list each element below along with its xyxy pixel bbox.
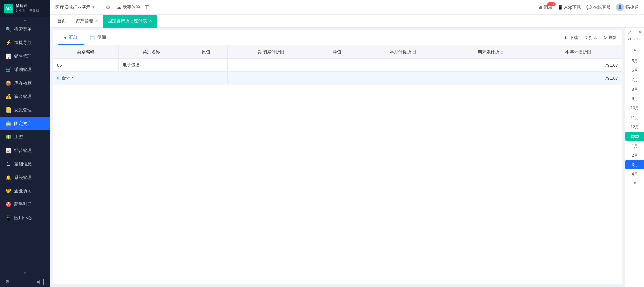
rp-month-12[interactable]: 12月 (625, 122, 644, 132)
sidebar-item-label: 企业协同 (14, 188, 32, 194)
rp-month-6[interactable]: 6月 (625, 66, 644, 75)
total-monthly-dep (359, 72, 447, 85)
sidebar-item-app[interactable]: 📱 应用中心 (0, 211, 50, 225)
tab-asset-mgmt-close[interactable]: ✕ (95, 19, 98, 23)
sidebar-item-wage[interactable]: 💵 工资 (0, 130, 50, 144)
rp-month-4[interactable]: 4月 (625, 169, 644, 179)
rp-expand-button[interactable]: ⤢ (627, 30, 631, 35)
company-selector[interactable]: 医疗器械行业演示 ▾ (55, 4, 95, 10)
total-net-value (315, 72, 359, 85)
sidebar-item-enterprise[interactable]: 🤝 企业协同 (0, 184, 50, 198)
cell-code: 05 (53, 59, 119, 72)
operation-icon: 📈 (5, 148, 11, 154)
table-row: 05 电子设备 791.67 (53, 59, 622, 72)
sidebar-nav: 🔍 搜索菜单 ⚡ 快捷导航 📊 销售管理 🛒 采购管理 📦 库存核算 💰 资金管… (0, 23, 50, 270)
tab-depreciation[interactable]: 固定资产折旧统计表 ✕ (103, 15, 157, 28)
sidebar-item-fixed[interactable]: 🏢 固定资产 (0, 117, 50, 130)
sidebar-item-label: 资金管理 (14, 94, 32, 100)
sidebar-item-capital[interactable]: 💰 资金管理 (0, 90, 50, 103)
cell-initial-dep (227, 59, 315, 72)
rp-month-8[interactable]: 8月 (625, 85, 644, 94)
user-button[interactable]: 👤 畅捷通 (616, 3, 639, 11)
cell-original (184, 59, 227, 72)
subtab-summary-label: 汇总 (69, 34, 78, 40)
app-title: 畅捷通 (16, 3, 39, 9)
company-dropdown-icon: ▾ (92, 5, 95, 10)
cell-name: 电子设备 (118, 59, 184, 72)
rp-month-3[interactable]: 3月 (625, 160, 644, 169)
depreciation-table: 类别编码 类别名称 原值 期初累计折旧 净值 本月计提折旧 期末累计折旧 本年计… (53, 45, 622, 85)
rp-close-button[interactable]: ✕ (638, 30, 642, 35)
sidebar-item-label: 新手引导 (14, 201, 32, 208)
experience-button[interactable]: ☁ 我要体验一下 (117, 4, 149, 10)
rp-month-5[interactable]: 5月 (625, 56, 644, 66)
detail-icon: 📄 (90, 35, 95, 40)
table-header-row: 类别编码 类别名称 原值 期初累计折旧 净值 本月计提折旧 期末累计折旧 本年计… (53, 45, 622, 59)
rp-month-11[interactable]: 11月 (625, 113, 644, 122)
main-content: 医疗器械行业演示 ▾ ⚙ ☁ 我要体验一下 🖥 消息 99+ 📱 App下载 💬… (50, 0, 644, 287)
sidebar-item-label: 应用中心 (14, 215, 32, 221)
avatar: 👤 (616, 3, 624, 11)
expand-icon[interactable]: ⊞ (57, 76, 60, 81)
subtab-summary[interactable]: ● 汇总 (58, 30, 84, 45)
cell-monthly-dep (359, 59, 447, 72)
sidebar-item-search[interactable]: 🔍 搜索菜单 (0, 23, 50, 36)
tab-depreciation-close[interactable]: ✕ (149, 19, 152, 23)
sidebar-scroll-down[interactable]: ▼ (0, 270, 50, 276)
quick-icon: ⚡ (5, 40, 11, 46)
sidebar-item-label: 总账管理 (14, 107, 32, 113)
sidebar-item-ledger[interactable]: 📒 总账管理 (0, 103, 50, 117)
sidebar-item-basic[interactable]: 🗂 基础信息 (0, 157, 50, 171)
col-monthly-dep: 本月计提折旧 (359, 45, 447, 59)
sidebar-item-label: 经营管理 (14, 148, 32, 154)
app-icon: 📱 (5, 215, 11, 221)
refresh-button[interactable]: ↻ 刷新 (603, 35, 617, 41)
sidebar-item-sales[interactable]: 📊 销售管理 (0, 50, 50, 63)
topbar-settings-icon[interactable]: ⚙ (106, 4, 110, 10)
sidebar-item-label: 销售管理 (14, 53, 32, 59)
wage-icon: 💵 (5, 134, 11, 140)
tab-home[interactable]: 首页 (53, 15, 71, 28)
service-button[interactable]: 💬 在线客服 (586, 4, 611, 10)
settings-icon[interactable]: ⚙ (5, 279, 10, 284)
rp-months-section: 5月 6月 7月 8月 9月 10月 11月 12月 2023 1月 2月 3月… (625, 56, 644, 179)
sidebar-item-label: 基础信息 (14, 161, 32, 167)
sidebar-item-quick[interactable]: ⚡ 快捷导航 (0, 36, 50, 50)
total-label-cell: ⊞ 合计： (53, 72, 184, 85)
logo-icon: AtA (4, 4, 13, 13)
tab-home-label: 首页 (57, 18, 66, 24)
rp-year-tag[interactable]: 2023 (625, 132, 644, 141)
rp-nav-down[interactable]: ▼ (631, 179, 639, 187)
sidebar-item-guide[interactable]: 🎯 新手引导 (0, 198, 50, 211)
capital-icon: 💰 (5, 94, 11, 100)
sidebar-item-system[interactable]: 🔔 系统管理 (0, 171, 50, 184)
app-download-label: App下载 (564, 4, 581, 10)
col-ending-dep: 期末累计折旧 (447, 45, 534, 59)
rp-month-7[interactable]: 7月 (625, 75, 644, 85)
experience-label: 我要体验一下 (123, 4, 149, 10)
sidebar-header: AtA 畅捷通 好业财 普及版 (0, 0, 50, 17)
rp-month-2[interactable]: 2月 (625, 151, 644, 160)
app-download-button[interactable]: 📱 App下载 (558, 4, 581, 10)
message-button[interactable]: 🖥 消息 99+ (538, 4, 552, 10)
rp-month-1[interactable]: 1月 (625, 141, 644, 151)
rp-month-9[interactable]: 9月 (625, 94, 644, 103)
rp-nav-up[interactable]: ▲ (631, 45, 639, 54)
total-yearly-dep: 791.67 (534, 72, 622, 85)
collapse-icon[interactable]: ◀ ▐ (36, 279, 44, 284)
rp-month-10[interactable]: 10月 (625, 103, 644, 113)
sidebar-scroll-up[interactable]: ▲ (0, 17, 50, 23)
subtab-detail[interactable]: 📄 明细 (84, 30, 112, 45)
sidebar-item-inventory[interactable]: 📦 库存核算 (0, 76, 50, 90)
col-code: 类别编码 (53, 45, 119, 59)
sidebar-item-label: 搜索菜单 (14, 26, 32, 32)
download-button[interactable]: ⬇ 下载 (564, 35, 578, 41)
app-subtitle: 好业财 普及版 (16, 9, 39, 13)
tab-asset-mgmt[interactable]: 资产管理 ✕ (71, 15, 103, 28)
sidebar-item-purchase[interactable]: 🛒 采购管理 (0, 63, 50, 76)
main-body: ● 汇总 📄 明细 ⬇ 下载 🖨 打印 (50, 28, 644, 287)
print-button[interactable]: 🖨 打印 (583, 35, 598, 41)
total-ending-dep (447, 72, 534, 85)
print-icon: 🖨 (583, 35, 588, 40)
sidebar-item-operation[interactable]: 📈 经营管理 (0, 144, 50, 157)
